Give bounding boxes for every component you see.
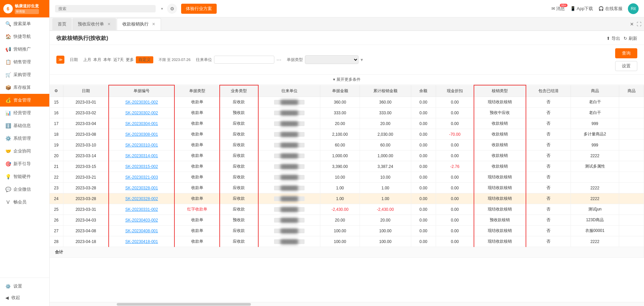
col-header-product[interactable]: 商品 (571, 85, 619, 97)
sidebar-item-operations[interactable]: 📊 经营管理 (0, 107, 49, 119)
cell-voucher-no[interactable]: SK-20230308-001 (109, 129, 174, 140)
col-header-biz-type[interactable]: 业务类型 (220, 85, 258, 97)
cell-voucher-no[interactable]: SK-20230321-003 (109, 172, 174, 183)
cell-biz-type: 应收款 (220, 236, 258, 247)
sidebar-item-guide[interactable]: 🎯 新手引导 (0, 158, 49, 170)
topbar-gear-btn[interactable]: ⚙ (167, 4, 177, 14)
cell-date: 2023-03-28 (63, 193, 109, 204)
sidebar-item-hardware[interactable]: 💡 智能硬件 (0, 170, 49, 183)
maximize-icon[interactable]: ⛶ (637, 21, 641, 27)
date-prev-month[interactable]: 上月 (83, 57, 91, 63)
system-icon: ⚙️ (5, 136, 11, 141)
cell-voucher-no[interactable]: SK-20230302-002 (109, 108, 174, 118)
cell-partner: ██████ (258, 118, 320, 129)
cell-cash-discount: 0.00 (436, 204, 474, 215)
topbar-message-btn[interactable]: ✉ 消息 99+ (551, 6, 565, 12)
sidebar-item-system[interactable]: ⚙️ 系统管理 (0, 132, 49, 145)
topbar-service-btn[interactable]: 🎧 在线客服 (598, 6, 623, 12)
refresh-btn[interactable]: ↻ 刷新 (624, 36, 637, 42)
date-more[interactable]: 更多 (126, 57, 134, 63)
sidebar-item-marketing[interactable]: 📢 营销推广 (0, 43, 49, 56)
cell-voucher-no[interactable]: SK-20230304-001 (109, 118, 174, 129)
topbar-appdown-btn[interactable]: 📱 App下载 (570, 6, 593, 12)
col-header-partner[interactable]: 往来单位 (258, 85, 320, 97)
cell-balance: 0.00 (411, 161, 436, 172)
sidebar-settings-btn[interactable]: ⚙️ 设置 (0, 281, 49, 292)
sidebar-item-search[interactable]: 🔍 搜索菜单 (0, 17, 49, 30)
tab-receivable[interactable]: 预收应收付单 ✕ (72, 18, 116, 30)
cell-voucher-no[interactable]: SK-20230328-002 (109, 193, 174, 204)
sidebar-item-collab[interactable]: 🤝 企业协同 (0, 145, 49, 158)
sidebar-item-basic[interactable]: ℹ️ 基础信息 (0, 119, 49, 132)
cell-amount: -2,430.00 (320, 204, 360, 215)
cell-voucher-no[interactable]: SK-20230418-001 (109, 236, 174, 247)
cell-voucher-no[interactable]: SK-20230310-001 (109, 140, 174, 150)
cell-balance: 0.00 (411, 118, 436, 129)
date-curr-year[interactable]: 本年 (103, 57, 111, 63)
tab-home[interactable]: 首页 (52, 18, 72, 30)
cell-amount: 1.00 (320, 193, 360, 204)
col-header-voucher-no[interactable]: 单据编号 (109, 85, 174, 97)
setting-btn[interactable]: 设置 (615, 61, 637, 71)
solution-btn[interactable]: 体验行业方案 (181, 4, 217, 14)
partner-input[interactable] (214, 56, 274, 64)
horizontal-scrollbar[interactable] (50, 302, 644, 306)
close-window-icon[interactable]: ✕ (630, 21, 634, 27)
cell-voucher-no[interactable]: SK-20230403-002 (109, 215, 174, 226)
date-7days[interactable]: 近7天 (113, 57, 124, 63)
cell-voucher-no[interactable]: SK-20230328-001 (109, 183, 174, 193)
date-custom-btn[interactable]: 自定义 (136, 56, 153, 63)
tab-collection[interactable]: 收款核销执行 ✕ (117, 18, 161, 30)
page-header: 收款核销执行(按收款) ⬆ 导出 ↻ 刷新 (50, 31, 644, 45)
cell-product: 多计量商品2 (571, 129, 619, 140)
topbar-dropdown-icon[interactable]: ▾ (161, 6, 163, 11)
query-btn[interactable]: 查询 (615, 48, 637, 58)
sidebar-item-inventory[interactable]: 📦 库存核算 (0, 81, 49, 94)
cell-voucher-no[interactable]: SK-20230315-002 (109, 161, 174, 172)
topbar-search-input[interactable] (58, 6, 152, 11)
expand-more-btn[interactable]: ▾ 展开更多条件 (50, 75, 644, 85)
cell-voucher-no[interactable]: SK-20230314-001 (109, 150, 174, 161)
cell-accumulated: 20.00 (360, 215, 411, 226)
date-curr-month[interactable]: 本月 (93, 57, 101, 63)
sidebar-item-nav[interactable]: 🏠 快捷导航 (0, 30, 49, 43)
cell-include-settled: 否 (526, 118, 571, 129)
cell-voucher-type: 收款单 (174, 140, 220, 150)
export-btn[interactable]: ⬆ 导出 (606, 36, 620, 42)
tab-bar: 首页 预收应收付单 ✕ 收款核销执行 ✕ ✕ ⛶ (50, 17, 644, 31)
col-header-include-settled[interactable]: 包含已结清 (526, 85, 571, 97)
col-header-amount[interactable]: 单据金额 (320, 85, 360, 97)
sidebar-collapse-btn[interactable]: ◀ 收起 (0, 292, 49, 303)
sidebar-item-purchase[interactable]: 🛒 采购管理 (0, 68, 49, 81)
col-header-cancel-type[interactable]: 核销类型 (474, 85, 526, 97)
col-header-accumulated[interactable]: 累计核销金额 (360, 85, 411, 97)
cell-accumulated: 1.00 (360, 193, 411, 204)
col-header-date[interactable]: 日期 (63, 85, 109, 97)
cell-cash-discount: 0.00 (436, 140, 474, 150)
cell-cash-discount: 0.00 (436, 108, 474, 118)
sidebar-item-sales[interactable]: 📋 销售管理 (0, 56, 49, 68)
sidebar-item-member[interactable]: V 畅会员 (0, 196, 49, 208)
user-avatar[interactable]: Rit (628, 3, 639, 14)
cell-partner: ██████ (258, 140, 320, 150)
cell-cancel-type: 收款核销 (474, 118, 526, 129)
cell-include-settled: 否 (526, 150, 571, 161)
tab-receivable-close[interactable]: ✕ (107, 22, 111, 26)
cell-amount: 60.00 (320, 140, 360, 150)
cell-product: 2222 (571, 193, 619, 204)
col-header-product2[interactable]: 商品 (619, 85, 644, 97)
col-header-cash-discount[interactable]: 现金折扣 (436, 85, 474, 97)
cell-amount: 100.00 (320, 236, 360, 247)
cell-voucher-no[interactable]: SK-20230301-002 (109, 97, 174, 108)
cell-biz-type: 应收款 (220, 204, 258, 215)
sidebar-item-wecom[interactable]: 💬 企业微信 (0, 183, 49, 196)
filter-toggle-btn[interactable]: ≫ (56, 56, 64, 64)
sidebar-item-finance[interactable]: 💰 资金管理 (0, 94, 49, 107)
tab-collection-close[interactable]: ✕ (152, 22, 155, 26)
cell-product: 999 (571, 118, 619, 129)
cell-voucher-no[interactable]: SK-20230331-002 (109, 204, 174, 215)
voucher-type-select[interactable] (305, 55, 359, 64)
col-header-balance[interactable]: 余额 (411, 85, 436, 97)
col-header-voucher-type[interactable]: 单据类型 (174, 85, 220, 97)
cell-voucher-no[interactable]: SK-20230408-001 (109, 226, 174, 236)
